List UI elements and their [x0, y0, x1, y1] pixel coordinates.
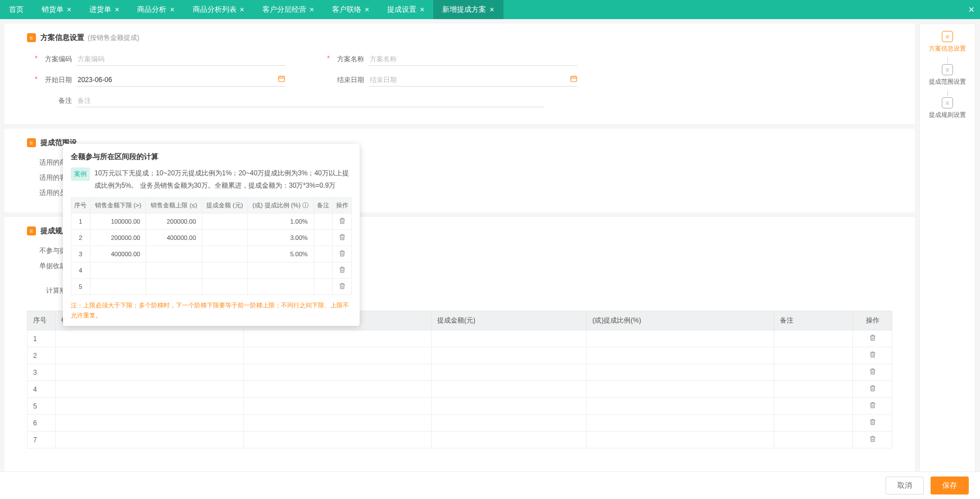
footer-bar: 取消 保存 [0, 471, 980, 487]
col-header: (或)提成比例(%) [587, 311, 774, 330]
tab-新增提成方案[interactable]: 新增提成方案× [433, 0, 503, 19]
col-header: 提成金额(元) [432, 311, 587, 330]
anchor-nav: ≡方案信息设置≡提成范围设置≡提成规则设置 [919, 24, 976, 482]
delete-icon[interactable] [869, 418, 877, 428]
tab-close-icon[interactable]: × [420, 5, 424, 14]
tab-close-icon[interactable]: × [240, 5, 244, 14]
remark-input[interactable] [76, 94, 544, 107]
tab-提成设置[interactable]: 提成设置× [378, 0, 433, 19]
table-row[interactable]: 7 [28, 432, 892, 448]
tab-close-icon[interactable]: × [67, 5, 71, 14]
svg-rect-0 [279, 76, 285, 81]
delete-icon[interactable] [338, 282, 346, 291]
start-date-input[interactable] [76, 74, 285, 87]
anchor-icon: ≡ [942, 64, 953, 75]
save-button[interactable]: 保存 [931, 477, 969, 487]
tab-close-icon[interactable]: × [115, 5, 119, 14]
table-row[interactable]: 5 [28, 398, 892, 415]
pop-col-header: 销售金额上限 (≤) [146, 198, 202, 214]
table-row[interactable]: 3 [28, 364, 892, 381]
tab-客户联络[interactable]: 客户联络× [323, 0, 378, 19]
tab-客户分层经营[interactable]: 客户分层经营× [253, 0, 323, 19]
pop-row: 1100000.00200000.001.00% [71, 214, 352, 230]
delete-icon[interactable] [338, 233, 346, 242]
section-icon: ≡ [27, 138, 36, 147]
anchor-icon: ≡ [942, 31, 953, 42]
section-info: ≡ 方案信息设置 (按销售金额提成) 方案编码 方案名称 开始日期 [4, 24, 915, 124]
calendar-icon[interactable] [570, 75, 578, 84]
pop-col-header: (或) 提成比例 (%) ⓘ [247, 198, 314, 214]
pop-col-header: 提成金额 (元) [202, 198, 247, 214]
cancel-button[interactable]: 取消 [886, 477, 924, 487]
delete-icon[interactable] [869, 368, 877, 377]
tab-首页[interactable]: 首页 [0, 0, 33, 19]
section-icon: ≡ [27, 33, 36, 42]
popover-title: 全额参与所在区间段的计算 [71, 152, 352, 162]
section-info-subtitle: (按销售金额提成) [88, 33, 139, 43]
code-input[interactable] [76, 53, 285, 66]
pop-row: 2200000.00400000.003.00% [71, 230, 352, 246]
close-all-tabs[interactable]: × [968, 4, 974, 16]
code-label: 方案编码 [27, 55, 72, 64]
tab-bar: 首页销货单×进货单×商品分析×商品分析列表×客户分层经营×客户联络×提成设置×新… [0, 0, 980, 19]
end-date-input[interactable] [369, 74, 578, 87]
pop-row: 4 [71, 262, 352, 279]
start-date-label: 开始日期 [27, 75, 72, 85]
col-header: 备注 [774, 311, 853, 330]
example-tag: 案例 [71, 167, 90, 181]
delete-icon[interactable] [869, 401, 877, 411]
pop-row: 5 [71, 279, 352, 295]
delete-icon[interactable] [869, 334, 877, 343]
delete-icon[interactable] [869, 435, 877, 444]
popover-table: 序号销售金额下限 (>)销售金额上限 (≤)提成金额 (元)(或) 提成比例 (… [71, 197, 352, 295]
delete-icon[interactable] [869, 351, 877, 360]
tab-close-icon[interactable]: × [170, 5, 174, 14]
anchor-icon: ≡ [942, 97, 953, 108]
popover-note: 注：上限必须大于下限；多个阶梯时，下一个阶梯下限要等于前一阶梯上限；不同行之间下… [71, 301, 352, 320]
pop-row: 3400000.005.00% [71, 246, 352, 262]
rule-table: 序号销售金额下限(>)销售金额上限(≤)提成金额(元)(或)提成比例(%)备注操… [27, 311, 892, 448]
end-date-label: 结束日期 [319, 75, 364, 85]
tab-商品分析[interactable]: 商品分析× [128, 0, 183, 19]
delete-icon[interactable] [338, 266, 346, 275]
tab-close-icon[interactable]: × [365, 5, 369, 14]
table-row[interactable]: 4 [28, 381, 892, 398]
delete-icon[interactable] [338, 217, 346, 226]
tab-close-icon[interactable]: × [489, 5, 494, 14]
col-header: 序号 [28, 311, 56, 330]
delete-icon[interactable] [338, 250, 346, 258]
remark-label: 备注 [27, 96, 72, 106]
section-info-header: ≡ 方案信息设置 (按销售金额提成) [27, 33, 892, 43]
calendar-icon[interactable] [278, 75, 285, 84]
delete-icon[interactable] [869, 384, 877, 394]
pop-col-header: 销售金额下限 (>) [90, 198, 146, 214]
tab-销货单[interactable]: 销货单× [33, 0, 80, 19]
section-icon: ≡ [27, 226, 36, 235]
table-row[interactable]: 1 [28, 330, 892, 347]
name-input[interactable] [369, 53, 578, 66]
example-popover: 全额参与所在区间段的计算 案例 10万元以下无提成；10~20万元提成比例为1%… [63, 144, 360, 326]
table-row[interactable]: 2 [28, 347, 892, 364]
tab-close-icon[interactable]: × [310, 5, 314, 14]
tab-进货单[interactable]: 进货单× [80, 0, 128, 19]
pop-col-header: 备注 [314, 198, 333, 214]
example-text: 10万元以下无提成；10~20万元提成比例为1%；20~40万提成比例为3%；4… [94, 167, 352, 192]
col-header: 操作 [853, 311, 892, 330]
section-info-title: 方案信息设置 [40, 33, 84, 43]
anchor-提成规则设置[interactable]: ≡提成规则设置 [922, 97, 973, 119]
svg-rect-1 [571, 76, 577, 81]
anchor-提成范围设置[interactable]: ≡提成范围设置 [922, 64, 973, 86]
pop-col-header: 操作 [333, 198, 352, 214]
anchor-方案信息设置[interactable]: ≡方案信息设置 [922, 31, 973, 53]
table-row[interactable]: 6 [28, 415, 892, 432]
name-label: 方案名称 [319, 55, 364, 64]
tab-商品分析列表[interactable]: 商品分析列表× [184, 0, 253, 19]
pop-col-header: 序号 [71, 198, 90, 214]
